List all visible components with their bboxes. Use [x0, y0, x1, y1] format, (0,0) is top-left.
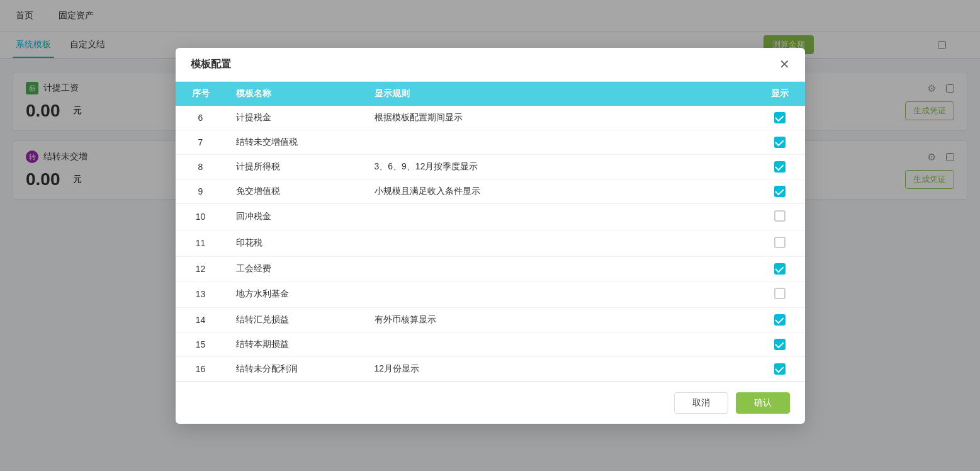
table-row: 12工会经费: [176, 256, 805, 281]
modal-overlay: 模板配置 ✕ 序号 模板名称 显示规则 显示 6计提税金根据模板配置期间显示7结…: [0, 0, 980, 471]
col-rule: 显示规则: [364, 82, 755, 106]
cancel-button[interactable]: 取消: [674, 392, 728, 414]
cell-name: 计提所得税: [226, 154, 364, 179]
table-row: 15结转本期损益: [176, 332, 805, 356]
cell-rule: 小规模且满足收入条件显示: [364, 179, 755, 203]
cell-rule: [364, 130, 755, 154]
config-table: 序号 模板名称 显示规则 显示 6计提税金根据模板配置期间显示7结转未交增值税8…: [176, 82, 805, 382]
cell-name: 结转汇兑损益: [226, 307, 364, 332]
cell-name: 免交增值税: [226, 179, 364, 203]
checkbox-checked[interactable]: [774, 263, 786, 275]
cell-id: 13: [176, 281, 226, 307]
cell-rule: 根据模板配置期间显示: [364, 106, 755, 130]
checkbox-unchecked[interactable]: [774, 237, 786, 248]
cell-checkbox[interactable]: [755, 307, 805, 332]
cell-rule: [364, 332, 755, 356]
cell-name: 结转未分配利润: [226, 356, 364, 381]
cell-checkbox[interactable]: [755, 179, 805, 203]
cell-checkbox[interactable]: [755, 203, 805, 230]
checkbox-unchecked[interactable]: [774, 288, 786, 299]
cell-rule: 12月份显示: [364, 356, 755, 381]
cell-rule: [364, 230, 755, 256]
checkbox-unchecked[interactable]: [774, 210, 786, 222]
modal-header: 模板配置 ✕: [176, 48, 805, 82]
col-id: 序号: [176, 82, 226, 106]
table-row: 7结转未交增值税: [176, 130, 805, 154]
modal-close-button[interactable]: ✕: [779, 58, 790, 71]
cell-id: 7: [176, 130, 226, 154]
checkbox-checked[interactable]: [774, 314, 786, 326]
cell-checkbox[interactable]: [755, 332, 805, 356]
modal-title: 模板配置: [191, 58, 231, 71]
modal-footer: 取消 确认: [176, 382, 805, 424]
table-header-row: 序号 模板名称 显示规则 显示: [176, 82, 805, 106]
cell-checkbox[interactable]: [755, 281, 805, 307]
cell-rule: [364, 203, 755, 230]
cell-checkbox[interactable]: [755, 356, 805, 381]
cell-id: 8: [176, 154, 226, 179]
checkbox-checked[interactable]: [774, 112, 786, 123]
cell-checkbox[interactable]: [755, 230, 805, 256]
cell-id: 12: [176, 256, 226, 281]
col-name: 模板名称: [226, 82, 364, 106]
cell-rule: [364, 256, 755, 281]
cell-name: 回冲税金: [226, 203, 364, 230]
cell-id: 9: [176, 179, 226, 203]
table-row: 16结转未分配利润12月份显示: [176, 356, 805, 381]
table-row: 8计提所得税3、6、9、12月按季度显示: [176, 154, 805, 179]
checkbox-checked[interactable]: [774, 339, 786, 350]
modal-body: 序号 模板名称 显示规则 显示 6计提税金根据模板配置期间显示7结转未交增值税8…: [176, 82, 805, 382]
cell-name: 结转未交增值税: [226, 130, 364, 154]
cell-checkbox[interactable]: [755, 106, 805, 130]
cell-id: 11: [176, 230, 226, 256]
cell-name: 印花税: [226, 230, 364, 256]
table-row: 14结转汇兑损益有外币核算显示: [176, 307, 805, 332]
table-row: 9免交增值税小规模且满足收入条件显示: [176, 179, 805, 203]
cell-id: 16: [176, 356, 226, 381]
template-config-modal: 模板配置 ✕ 序号 模板名称 显示规则 显示 6计提税金根据模板配置期间显示7结…: [176, 48, 805, 424]
cell-checkbox[interactable]: [755, 256, 805, 281]
cell-name: 结转本期损益: [226, 332, 364, 356]
cell-name: 地方水利基金: [226, 281, 364, 307]
table-row: 6计提税金根据模板配置期间显示: [176, 106, 805, 130]
cell-rule: 3、6、9、12月按季度显示: [364, 154, 755, 179]
cell-name: 计提税金: [226, 106, 364, 130]
cell-id: 14: [176, 307, 226, 332]
cell-id: 6: [176, 106, 226, 130]
cell-checkbox[interactable]: [755, 130, 805, 154]
cell-checkbox[interactable]: [755, 154, 805, 179]
confirm-button[interactable]: 确认: [736, 392, 790, 414]
table-row: 11印花税: [176, 230, 805, 256]
checkbox-checked[interactable]: [774, 161, 786, 173]
cell-rule: 有外币核算显示: [364, 307, 755, 332]
col-display: 显示: [755, 82, 805, 106]
checkbox-checked[interactable]: [774, 137, 786, 148]
cell-rule: [364, 281, 755, 307]
cell-name: 工会经费: [226, 256, 364, 281]
cell-id: 10: [176, 203, 226, 230]
checkbox-checked[interactable]: [774, 186, 786, 197]
cell-id: 15: [176, 332, 226, 356]
checkbox-checked[interactable]: [774, 363, 786, 375]
table-row: 13地方水利基金: [176, 281, 805, 307]
table-row: 10回冲税金: [176, 203, 805, 230]
